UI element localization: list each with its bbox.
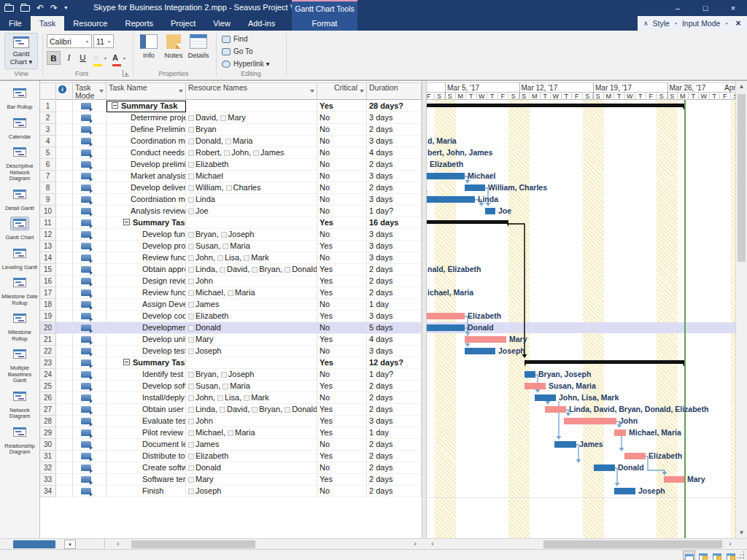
table-row[interactable]: 3Define PreliminaBryanNo2 days [40, 124, 422, 136]
tab-format[interactable]: Format [305, 16, 345, 31]
tab-add-ins[interactable]: Add-ins [239, 16, 284, 31]
cell-critical[interactable]: No [317, 194, 367, 206]
cell-duration[interactable]: 3 days [367, 241, 422, 252]
cell-critical[interactable]: Yes [317, 451, 367, 462]
row-number[interactable]: 11 [40, 217, 56, 229]
cell-resource-names[interactable]: Elizabeth [186, 159, 317, 171]
cell-task-mode[interactable] [73, 474, 107, 486]
font-color-button[interactable]: A ▼ [111, 51, 129, 65]
cell-resource-names[interactable]: David, Mary [186, 112, 317, 124]
row-number[interactable]: 10 [40, 206, 56, 217]
table-row[interactable]: 1Summary TaskYes28 days? [40, 101, 422, 112]
table-row[interactable]: 8Develop deliveryWilliam, CharlesNo2 day… [40, 182, 422, 194]
cell-duration[interactable]: 4 days [367, 334, 422, 346]
cell-resource-names[interactable]: John, Lisa, Mark [186, 252, 317, 264]
cell-duration[interactable]: 4 days [367, 147, 422, 159]
row-number[interactable]: 15 [40, 264, 56, 276]
details-button[interactable]: Details [187, 34, 210, 59]
cell-critical[interactable]: No [317, 124, 367, 136]
cell-info[interactable] [56, 276, 73, 287]
cell-duration[interactable]: 1 day [367, 299, 422, 311]
italic-button[interactable]: I [62, 51, 76, 65]
row-number[interactable]: 24 [40, 369, 56, 381]
undo-icon[interactable]: ↶ [36, 4, 44, 12]
gantt-task-bar[interactable] [525, 371, 535, 378]
scroll-up-icon[interactable]: ▲ [736, 81, 747, 92]
open-file-icon[interactable] [4, 5, 14, 12]
cell-info[interactable] [56, 404, 73, 416]
minimize-button[interactable]: – [664, 0, 692, 16]
input-mode-menu[interactable]: Input Mode [682, 19, 721, 28]
cell-task-mode[interactable] [73, 112, 107, 124]
collapse-icon[interactable] [123, 359, 130, 365]
row-number[interactable]: 9 [40, 194, 56, 206]
cell-info[interactable] [56, 206, 73, 217]
cell-critical[interactable]: Yes [317, 311, 367, 322]
row-number[interactable]: 13 [40, 241, 56, 252]
cell-duration[interactable]: 1 day? [367, 206, 422, 217]
cell-duration[interactable]: 2 days [367, 451, 422, 462]
cell-critical[interactable]: No [317, 392, 367, 404]
table-scroll-thumb[interactable] [131, 540, 255, 548]
cell-critical[interactable]: No [317, 112, 367, 124]
row-number[interactable]: 30 [40, 439, 56, 451]
table-row[interactable]: 16Design reviewJohnYes2 days [40, 276, 422, 287]
cell-task-mode[interactable] [73, 241, 107, 252]
cell-info[interactable] [56, 194, 73, 206]
gantt-critical-task-bar[interactable] [664, 476, 684, 483]
tab-view[interactable]: View [204, 16, 239, 31]
qat-customize-icon[interactable]: ▾ [64, 4, 67, 12]
cell-critical[interactable]: Yes [317, 474, 367, 486]
sidebar-more-views-icon[interactable]: ▼ [64, 540, 76, 549]
cell-info[interactable] [56, 427, 73, 439]
cell-info[interactable] [56, 334, 73, 346]
tab-project[interactable]: Project [162, 16, 204, 31]
row-number[interactable]: 3 [40, 124, 56, 136]
cell-info[interactable] [56, 229, 73, 241]
cell-critical[interactable]: No [317, 229, 367, 241]
sidebar-item-detail-gantt[interactable]: Detail Gantt [0, 187, 39, 212]
cell-duration[interactable]: 2 days [367, 276, 422, 287]
cell-critical[interactable]: No [317, 147, 367, 159]
bold-button[interactable]: B [47, 51, 61, 65]
cell-task-mode[interactable] [73, 264, 107, 276]
cell-task-name[interactable]: Development [107, 322, 186, 334]
table-row[interactable]: 33Software temMaryYes2 days [40, 474, 422, 486]
cell-task-mode[interactable] [73, 206, 107, 217]
cell-task-mode[interactable] [73, 416, 107, 427]
cell-resource-names[interactable] [186, 101, 317, 112]
cell-resource-names[interactable]: Robert, John, James [186, 147, 317, 159]
cell-critical[interactable]: Yes [317, 381, 367, 392]
cell-resource-names[interactable]: William, Charles [186, 182, 317, 194]
cell-task-mode[interactable] [73, 171, 107, 182]
table-row[interactable]: 22Develop testiJosephNo3 days [40, 346, 422, 357]
row-number[interactable]: 5 [40, 147, 56, 159]
cell-task-name[interactable]: Install/deply s [107, 392, 186, 404]
cell-task-name[interactable]: Finish [107, 486, 186, 497]
cell-info[interactable] [56, 171, 73, 182]
cell-task-name[interactable]: Develop prelimin [107, 159, 186, 171]
gantt-critical-task-bar[interactable] [545, 406, 566, 413]
cell-critical[interactable]: Yes [317, 334, 367, 346]
header-task-name[interactable]: Task Name [107, 83, 186, 99]
row-number[interactable]: 29 [40, 427, 56, 439]
table-row[interactable]: 20DevelopmentDonaldNo5 days [40, 322, 422, 334]
cell-critical[interactable]: No [317, 462, 367, 474]
cell-task-name[interactable]: Summary Task 1 [107, 217, 186, 229]
cell-task-name[interactable]: Analysis review [107, 206, 186, 217]
table-row[interactable]: 34FinishJosephNo2 days [40, 486, 422, 497]
cell-resource-names[interactable]: Donald, Maria [186, 136, 317, 147]
chart-scroll-left-icon[interactable]: ‹ [427, 539, 438, 550]
cell-duration[interactable]: 2 days [367, 486, 422, 497]
cell-resource-names[interactable]: John [186, 416, 317, 427]
table-row[interactable]: 17Review functiMichael, MariaYes2 days [40, 287, 422, 299]
gantt-task-bar[interactable] [427, 196, 475, 203]
cell-task-name[interactable]: Create softwa [107, 462, 186, 474]
cell-critical[interactable]: No [317, 182, 367, 194]
cell-info[interactable] [56, 439, 73, 451]
row-number[interactable]: 16 [40, 276, 56, 287]
table-row[interactable]: 15Obtain approvLinda, David, Bryan, Dona… [40, 264, 422, 276]
cell-resource-names[interactable]: Elizabeth [186, 451, 317, 462]
cell-task-mode[interactable] [73, 276, 107, 287]
header-duration[interactable]: Duration [367, 83, 422, 99]
